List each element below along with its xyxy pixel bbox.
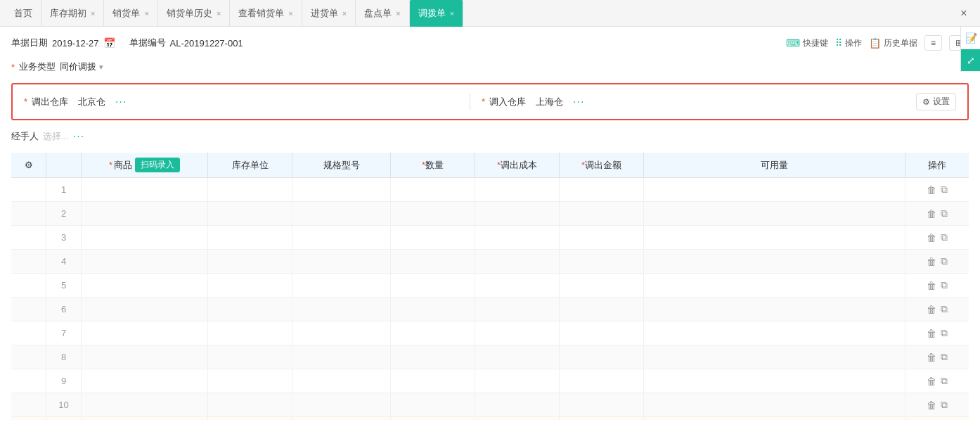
row-unit-8[interactable] [208,369,292,393]
business-type-select[interactable]: 同价调拨 ▾ [60,60,130,73]
global-close-button[interactable]: × [953,3,974,24]
row-goods-10[interactable] [82,417,208,421]
row-amount-9[interactable] [560,393,644,417]
row-spec-7[interactable] [292,345,391,369]
row-amount-2[interactable] [560,226,644,250]
row-qty-5[interactable] [391,298,475,321]
tab-view-sales[interactable]: 查看销货单 × [230,0,302,27]
copy-icon[interactable]: ⧉ [941,231,948,243]
delete-icon[interactable]: 🗑 [927,400,936,411]
row-amount-4[interactable] [560,274,644,298]
row-amount-7[interactable] [560,345,644,369]
row-spec-2[interactable] [292,226,391,250]
scan-entry-button[interactable]: 扫码录入 [135,158,180,172]
row-cost-3[interactable] [475,250,560,274]
row-cost-5[interactable] [475,298,560,321]
tab-transfer-order[interactable]: 调拨单 × [410,0,463,27]
right-panel-expand-icon[interactable]: ⤢ [961,49,980,72]
row-amount-10[interactable] [560,417,644,421]
warehouse-out-dots[interactable]: ··· [115,96,127,108]
row-unit-5[interactable] [208,298,292,321]
copy-icon[interactable]: ⧉ [941,375,948,387]
row-amount-6[interactable] [560,321,644,345]
delete-icon[interactable]: 🗑 [927,184,936,196]
copy-icon[interactable]: ⧉ [941,327,948,339]
calendar-icon[interactable]: 📅 [103,37,115,49]
row-amount-0[interactable] [560,178,644,202]
row-avail-10[interactable] [644,417,905,421]
warehouse-in-dots[interactable]: ··· [573,96,584,108]
row-spec-0[interactable] [292,178,391,202]
row-spec-1[interactable] [292,202,391,226]
row-goods-4[interactable] [82,274,208,298]
delete-icon[interactable]: 🗑 [927,328,936,339]
delete-icon[interactable]: 🗑 [927,280,936,291]
row-cost-2[interactable] [475,226,560,250]
row-goods-0[interactable] [82,178,208,202]
warehouse-settings-button[interactable]: ⚙ 设置 [916,93,956,110]
delete-icon[interactable]: 🗑 [927,304,936,315]
right-panel-note-icon[interactable]: 📝 [961,27,980,49]
row-cost-6[interactable] [475,321,560,345]
row-spec-3[interactable] [292,250,391,274]
layout-toggle-button[interactable]: ≡ [924,35,942,51]
row-unit-1[interactable] [208,202,292,226]
row-cost-4[interactable] [475,274,560,298]
tab-home[interactable]: 首页 [6,0,41,27]
row-spec-5[interactable] [292,298,391,321]
delete-icon[interactable]: 🗑 [927,208,936,219]
shortcuts-button[interactable]: ⌨ 快捷键 [786,37,828,49]
tab-inventory-check[interactable]: 盘点单 × [356,0,409,27]
row-qty-10[interactable] [391,417,475,421]
row-spec-4[interactable] [292,274,391,298]
row-goods-3[interactable] [82,250,208,274]
row-avail-6[interactable] [644,321,905,345]
copy-icon[interactable]: ⧉ [941,184,948,196]
row-avail-2[interactable] [644,226,905,250]
row-unit-2[interactable] [208,226,292,250]
row-amount-1[interactable] [560,202,644,226]
copy-icon[interactable]: ⧉ [941,208,948,219]
row-qty-0[interactable] [391,178,475,202]
close-icon[interactable]: × [91,9,95,18]
close-icon[interactable]: × [450,9,454,18]
row-spec-9[interactable] [292,393,391,417]
row-amount-3[interactable] [560,250,644,274]
row-qty-7[interactable] [391,345,475,369]
row-avail-4[interactable] [644,274,905,298]
operations-button[interactable]: ⠿ 操作 [835,37,862,49]
row-avail-3[interactable] [644,250,905,274]
copy-icon[interactable]: ⧉ [941,303,948,315]
tab-sales-history[interactable]: 销货单历史 × [158,0,230,27]
close-icon[interactable]: × [217,9,221,18]
tab-purchase-order[interactable]: 进货单 × [302,0,356,27]
row-unit-10[interactable] [208,417,292,421]
close-icon[interactable]: × [396,9,400,18]
row-qty-8[interactable] [391,369,475,393]
delete-icon[interactable]: 🗑 [927,352,936,363]
tab-inventory-init[interactable]: 库存期初 × [41,0,104,27]
row-unit-7[interactable] [208,345,292,369]
row-qty-2[interactable] [391,226,475,250]
copy-icon[interactable]: ⧉ [941,255,948,267]
copy-icon[interactable]: ⧉ [941,279,948,291]
row-avail-9[interactable] [644,393,905,417]
row-unit-4[interactable] [208,274,292,298]
row-goods-2[interactable] [82,226,208,250]
close-icon[interactable]: × [144,9,148,18]
row-cost-10[interactable] [475,417,560,421]
row-unit-0[interactable] [208,178,292,202]
row-unit-3[interactable] [208,250,292,274]
history-button[interactable]: 📋 历史单据 [869,37,917,49]
th-gear[interactable]: ⚙ [11,153,46,178]
row-spec-8[interactable] [292,369,391,393]
row-amount-5[interactable] [560,298,644,321]
row-cost-0[interactable] [475,178,560,202]
close-icon[interactable]: × [342,9,347,18]
close-icon[interactable]: × [288,9,292,18]
row-goods-8[interactable] [82,369,208,393]
row-goods-9[interactable] [82,393,208,417]
person-input[interactable]: 选择... [43,130,69,143]
table-scroll-area[interactable]: ⚙ * 商品 扫码录入 库存单位 规格型号 * 数量 * 调出成本 [11,153,969,420]
row-unit-6[interactable] [208,321,292,345]
